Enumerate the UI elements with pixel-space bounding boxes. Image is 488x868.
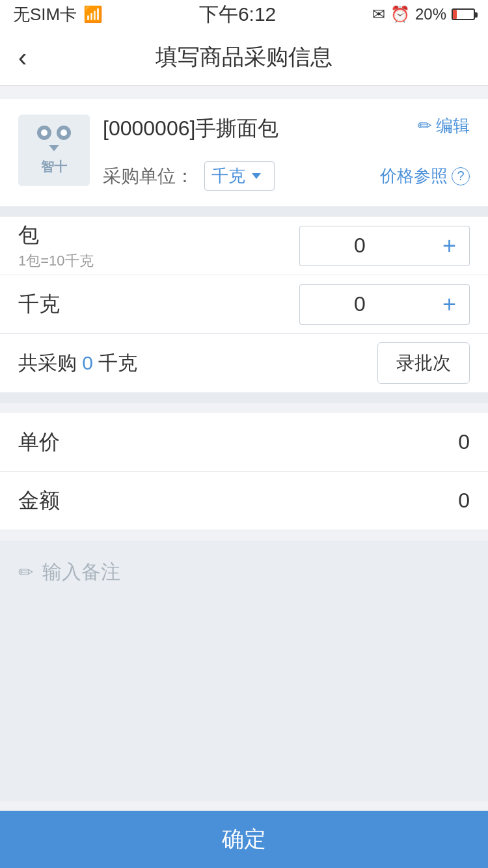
bag-unit-note: 1包=10千克 (18, 251, 109, 271)
owl-beak (49, 145, 59, 152)
status-right: ✉ ⏰ 20% (372, 5, 475, 23)
notes-placeholder-text: 输入备注 (42, 559, 120, 586)
bag-input-wrap: + (109, 226, 470, 266)
location-icon: ✉ (372, 5, 385, 23)
confirm-label: 确定 (222, 824, 266, 854)
summary-row: 共采购 0 千克 录批次 (0, 334, 488, 392)
product-info: [0000006]手撕面包 ✏ 编辑 采购单位： 千克 价格参照 ? (103, 115, 470, 191)
bag-label: 包 (18, 221, 109, 250)
help-icon: ? (452, 167, 470, 185)
bag-quantity-input[interactable] (299, 226, 429, 266)
alarm-icon: ⏰ (390, 5, 410, 23)
dropdown-arrow-icon (252, 173, 261, 179)
battery-percent: 20% (415, 5, 446, 23)
product-logo: 智十 (28, 124, 80, 176)
kg-quantity-input[interactable] (299, 284, 429, 325)
owl-eyes (37, 126, 71, 140)
batch-button[interactable]: 录批次 (377, 342, 470, 384)
page-title: 填写商品采购信息 (156, 42, 332, 72)
time-label: 下午6:12 (199, 1, 276, 28)
nav-bar: ‹ 填写商品采购信息 (0, 29, 488, 86)
unit-value: 千克 (211, 165, 245, 187)
price-ref-button[interactable]: 价格参照 ? (380, 165, 470, 187)
price-section: 单价 0 金额 0 (0, 413, 488, 530)
confirm-button[interactable]: 确定 (0, 811, 488, 868)
status-bar: 无SIM卡 📶 下午6:12 ✉ ⏰ 20% (0, 0, 488, 29)
summary-text: 共采购 0 千克 (18, 350, 137, 377)
unit-price-row: 单价 0 (0, 413, 488, 472)
unit-select[interactable]: 千克 (204, 161, 275, 191)
bag-label-group: 包 1包=10千克 (18, 221, 109, 271)
kg-label-group: 千克 (18, 290, 109, 319)
battery-icon (452, 8, 475, 20)
product-card: 智十 [0000006]手撕面包 ✏ 编辑 采购单位： 千克 价格参照 ? (0, 99, 488, 206)
amount-label: 金额 (18, 487, 60, 515)
kg-input-row: 千克 + (0, 275, 488, 334)
back-button[interactable]: ‹ (18, 44, 27, 70)
product-image: 智十 (18, 115, 90, 186)
summary-amount: 0 (82, 352, 93, 373)
price-ref-label: 价格参照 (380, 165, 448, 187)
bag-plus-button[interactable]: + (429, 226, 470, 266)
notes-section[interactable]: ✏ 输入备注 (0, 541, 488, 801)
kg-input-wrap: + (109, 284, 470, 325)
status-left: 无SIM卡 📶 (13, 3, 103, 26)
unit-row: 采购单位： 千克 (103, 161, 275, 191)
bag-input-row: 包 1包=10千克 + (0, 217, 488, 275)
owl-text: 智十 (41, 158, 67, 176)
carrier-label: 无SIM卡 (13, 3, 77, 26)
summary-prefix: 共采购 (18, 352, 77, 373)
pencil-icon: ✏ (18, 562, 33, 583)
unit-label: 采购单位： (103, 164, 194, 189)
input-section: 包 1包=10千克 + 千克 + (0, 217, 488, 334)
summary-unit: 千克 (98, 352, 137, 373)
kg-plus-button[interactable]: + (429, 284, 470, 325)
wifi-icon: 📶 (83, 5, 103, 23)
kg-label: 千克 (18, 290, 109, 319)
unit-price-value: 0 (458, 430, 470, 454)
divider-1 (0, 206, 488, 217)
edit-icon: ✏ (418, 116, 432, 136)
unit-price-label: 单价 (18, 428, 60, 457)
divider-2 (0, 392, 488, 403)
amount-value: 0 (458, 489, 470, 513)
product-name: [0000006]手撕面包 (103, 115, 278, 143)
amount-row: 金额 0 (0, 472, 488, 530)
edit-button[interactable]: ✏ 编辑 (418, 115, 470, 137)
notes-placeholder: ✏ 输入备注 (18, 559, 470, 586)
